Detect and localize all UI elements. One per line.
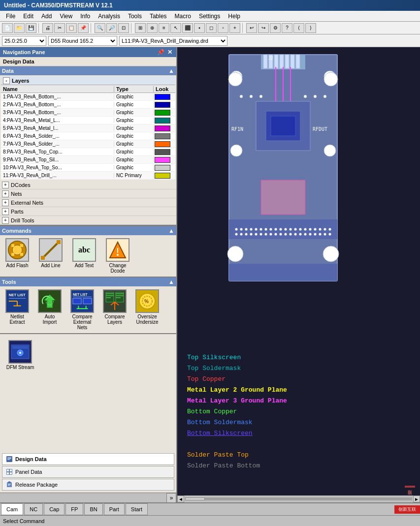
- change-dcode-button[interactable]: ChangeDcode: [103, 238, 132, 274]
- layer-row[interactable]: 8:PA-V3_RevA_Top_Cop... Graphic: [1, 148, 175, 156]
- toolbar-b1[interactable]: ⬛: [182, 23, 193, 33]
- menu-help[interactable]: Help: [224, 12, 244, 21]
- menu-settings[interactable]: Settings: [195, 12, 224, 21]
- tab-bn[interactable]: BN: [84, 503, 102, 515]
- tree-item-parts[interactable]: + Parts: [0, 207, 176, 216]
- menu-view[interactable]: View: [56, 12, 76, 21]
- panel-expand-arrow[interactable]: »: [166, 493, 176, 503]
- netlist-extract-button[interactable]: NET LIST NetlistExtract: [3, 289, 32, 325]
- menu-add[interactable]: Add: [37, 12, 56, 21]
- dfm-stream-button[interactable]: DFM Stream: [6, 340, 34, 370]
- tree-expand-nets[interactable]: +: [2, 190, 9, 197]
- tab-cap[interactable]: Cap: [44, 503, 65, 515]
- svg-rect-30: [106, 295, 114, 296]
- layers-expand-icon[interactable]: -: [3, 77, 10, 84]
- tab-nc[interactable]: NC: [24, 503, 43, 515]
- tab-design-data[interactable]: Design Data: [2, 453, 174, 465]
- toolbar-b3[interactable]: ◻: [206, 23, 217, 33]
- menu-tables[interactable]: Tables: [146, 12, 171, 21]
- toolbar-help[interactable]: ?: [282, 23, 292, 33]
- toolbar-b2[interactable]: ▪: [194, 23, 205, 33]
- menu-info[interactable]: Info: [76, 12, 94, 21]
- svg-point-88: [245, 228, 248, 231]
- svg-text:J3: J3: [325, 73, 330, 78]
- toolbar-layers[interactable]: ≡: [159, 23, 169, 33]
- commands-collapse-button[interactable]: ▲: [168, 227, 174, 234]
- layer-row[interactable]: 7:PA-V3_RevA_Solder_... Graphic: [1, 140, 175, 148]
- toolbar-snap[interactable]: ⊕: [147, 23, 158, 33]
- layer-row[interactable]: 10:PA-V3_RevA_Top_So... Graphic: [1, 164, 175, 172]
- tree-item-dcodes[interactable]: + DCodes: [0, 181, 176, 189]
- toolbar-settings[interactable]: ⚙: [270, 23, 281, 33]
- add-line-button[interactable]: Add Line: [36, 238, 65, 268]
- toolbar-new[interactable]: 📄: [2, 23, 13, 33]
- layer-row[interactable]: 1:PA-V3_RevA_Bottom_... Graphic: [1, 93, 175, 101]
- layer-row[interactable]: 9:PA-V3_RevA_Top_Sil... Graphic: [1, 156, 175, 164]
- nav-pin-button[interactable]: 📌: [156, 49, 165, 56]
- canvas-area[interactable]: RF1N RFDUT: [177, 47, 420, 502]
- zoom-select[interactable]: 25.0:25.0: [2, 36, 46, 46]
- tab-cam[interactable]: Cam: [1, 503, 23, 515]
- tree-expand-dcodes[interactable]: +: [2, 182, 9, 188]
- toolbar-b5[interactable]: +: [229, 23, 240, 33]
- tab-part[interactable]: Part: [104, 503, 125, 515]
- add-flash-button[interactable]: Add Flash: [3, 238, 32, 268]
- menu-analysis[interactable]: Analysis: [94, 12, 124, 21]
- layer-row[interactable]: 11:PA-V3_RevA_Drill_... NC Primary: [1, 172, 175, 180]
- layer-row[interactable]: 3:PA-V3_RevA_Bottom_... Graphic: [1, 109, 175, 117]
- toolbar-open[interactable]: 📁: [14, 23, 25, 33]
- compare-layers-button[interactable]: CompareLayers: [100, 289, 129, 325]
- menu-file[interactable]: File: [2, 12, 19, 21]
- tree-item-nets[interactable]: + Nets: [0, 189, 176, 198]
- toolbar-misc1[interactable]: ⟨: [293, 23, 304, 33]
- toolbar-fit[interactable]: ⊡: [118, 23, 129, 33]
- tab-release-package[interactable]: Release Package: [2, 479, 174, 491]
- compare-external-nets-button[interactable]: NET LIST CompareExternalNets: [68, 289, 97, 330]
- toolbar-select[interactable]: ↖: [170, 23, 181, 33]
- scrollbar-thumb[interactable]: [185, 497, 205, 500]
- menu-tools[interactable]: Tools: [124, 12, 146, 21]
- menu-macro[interactable]: Macro: [171, 12, 195, 21]
- tree-item-drill-tools[interactable]: + Drill Tools: [0, 216, 176, 225]
- tree-expand-drill-tools[interactable]: +: [2, 217, 9, 224]
- auto-import-button[interactable]: AutoImport: [35, 289, 64, 325]
- toolbar-b4[interactable]: ▫: [218, 23, 228, 33]
- toolbar-grid[interactable]: ⊞: [135, 23, 146, 33]
- svg-marker-55: [7, 481, 12, 483]
- toolbar-zoom-in[interactable]: 🔍: [95, 23, 105, 33]
- toolbar-redo[interactable]: ↪: [258, 23, 269, 33]
- toolbar-undo[interactable]: ↩: [246, 23, 257, 33]
- tab-start[interactable]: Start: [126, 503, 148, 515]
- layer-row[interactable]: 2:PA-V3_RevA_Bottom_... Graphic: [1, 101, 175, 109]
- toolbar-copy[interactable]: 📋: [66, 23, 77, 33]
- toolbar-print[interactable]: 🖨: [42, 23, 53, 33]
- tools-collapse-button[interactable]: ▲: [168, 278, 174, 285]
- add-text-button[interactable]: abc Add Text: [70, 238, 98, 268]
- toolbar-zoom-out[interactable]: 🔎: [106, 23, 117, 33]
- menu-edit[interactable]: Edit: [19, 12, 37, 21]
- tab-fp[interactable]: FP: [65, 503, 83, 515]
- tab-panel-data[interactable]: Panel Data: [2, 466, 174, 478]
- nav-close-button[interactable]: ✕: [166, 49, 173, 56]
- toolbar-save[interactable]: 💾: [26, 23, 36, 33]
- toolbar-cut[interactable]: ✂: [54, 23, 65, 33]
- tree-expand-parts[interactable]: +: [2, 208, 9, 215]
- svg-point-115: [280, 233, 282, 236]
- scroll-left-button[interactable]: ◄: [177, 495, 184, 502]
- tree-expand-external-nets[interactable]: +: [2, 199, 9, 206]
- toolbar-paste[interactable]: 📌: [78, 23, 89, 33]
- oversize-undersize-button[interactable]: % OversizeUndersize: [133, 289, 162, 325]
- layer-row[interactable]: 4:PA-V3_RevA_Metal_L... Graphic: [1, 117, 175, 124]
- scrollbar-track[interactable]: [185, 497, 412, 500]
- data-section-header: Data ▲: [0, 66, 176, 75]
- data-collapse-button[interactable]: ▲: [168, 67, 174, 74]
- legend-spacer: [187, 439, 287, 450]
- scroll-right-button[interactable]: ►: [413, 495, 420, 502]
- dcode-select[interactable]: D55 Round 165.2: [48, 36, 117, 46]
- layer-row[interactable]: 5:PA-V3_RevA_Metal_l... Graphic: [1, 124, 175, 132]
- horizontal-scrollbar[interactable]: ◄ ►: [177, 495, 420, 502]
- layer-row[interactable]: 6:PA-V3_RevA_Solder_... Graphic: [1, 132, 175, 140]
- tree-item-external-nets[interactable]: + External Nets: [0, 198, 176, 207]
- file-select[interactable]: L11:PA-V3_RevA_Drill_Drawing.drd: [119, 36, 227, 46]
- toolbar-misc2[interactable]: ⟩: [305, 23, 316, 33]
